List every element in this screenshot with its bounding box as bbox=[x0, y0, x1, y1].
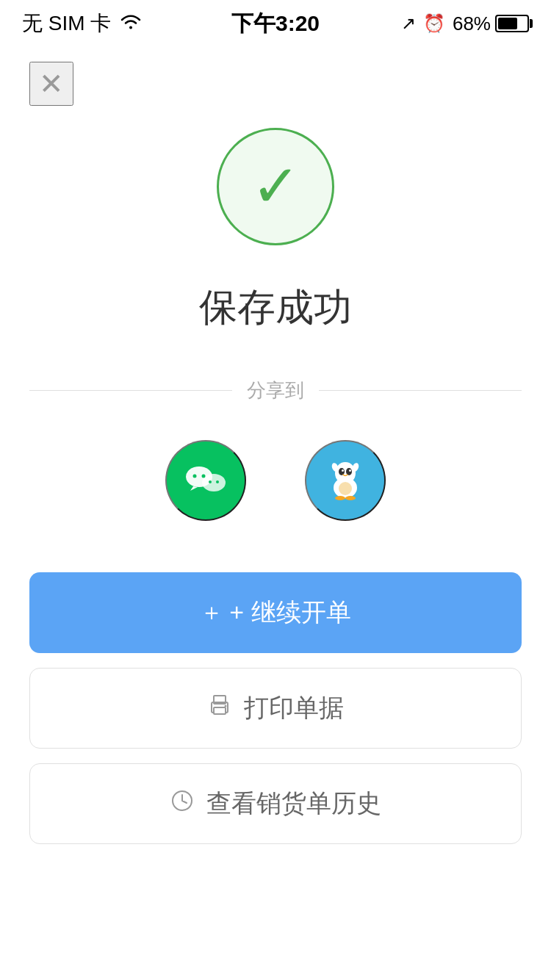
clock-icon bbox=[170, 788, 195, 819]
status-left: 无 SIM 卡 bbox=[22, 10, 142, 37]
wechat-share-button[interactable] bbox=[165, 440, 246, 521]
svg-point-10 bbox=[349, 469, 351, 472]
action-buttons: ＋ + 继续开单 打印单据 查看销货单历史 bbox=[29, 572, 522, 844]
alarm-icon: ⏰ bbox=[423, 13, 445, 34]
svg-point-5 bbox=[216, 480, 219, 483]
continue-label: + 继续开单 bbox=[229, 596, 350, 630]
svg-point-7 bbox=[339, 468, 345, 475]
print-label: 打印单据 bbox=[244, 691, 344, 725]
divider-left bbox=[29, 390, 232, 391]
main-content: ✕ ✓ 保存成功 分享到 bbox=[0, 47, 551, 888]
svg-point-12 bbox=[339, 482, 352, 495]
close-button[interactable]: ✕ bbox=[29, 62, 73, 106]
qq-icon bbox=[322, 457, 369, 504]
battery-icon bbox=[495, 15, 529, 32]
battery-container: 68% bbox=[453, 12, 529, 35]
battery-fill bbox=[498, 18, 517, 29]
svg-point-9 bbox=[342, 469, 344, 472]
qq-share-button[interactable] bbox=[305, 440, 386, 521]
svg-point-8 bbox=[346, 468, 352, 475]
divider-right bbox=[319, 390, 522, 391]
printer-icon bbox=[207, 693, 232, 724]
svg-point-1 bbox=[202, 474, 226, 491]
share-divider: 分享到 bbox=[29, 378, 522, 403]
share-icons bbox=[29, 440, 522, 521]
success-circle: ✓ bbox=[217, 128, 334, 245]
close-icon: ✕ bbox=[39, 69, 64, 98]
success-title: 保存成功 bbox=[199, 282, 352, 334]
svg-rect-19 bbox=[214, 707, 226, 714]
history-button[interactable]: 查看销货单历史 bbox=[29, 763, 522, 844]
svg-point-20 bbox=[225, 705, 227, 707]
svg-point-4 bbox=[209, 480, 212, 483]
status-time: 下午3:20 bbox=[231, 9, 320, 39]
battery-percent: 68% bbox=[453, 12, 491, 35]
checkmark-icon: ✓ bbox=[251, 157, 300, 216]
plus-icon: ＋ bbox=[200, 597, 223, 629]
wifi-icon bbox=[120, 12, 142, 35]
share-label: 分享到 bbox=[247, 378, 304, 403]
status-right: ↗ ⏰ 68% bbox=[401, 12, 529, 35]
sim-label: 无 SIM 卡 bbox=[22, 10, 111, 37]
svg-point-3 bbox=[202, 475, 206, 478]
svg-point-16 bbox=[345, 496, 356, 500]
print-button[interactable]: 打印单据 bbox=[29, 668, 522, 749]
continue-button[interactable]: ＋ + 继续开单 bbox=[29, 572, 522, 653]
svg-point-15 bbox=[335, 496, 345, 500]
status-bar: 无 SIM 卡 下午3:20 ↗ ⏰ 68% bbox=[0, 0, 551, 47]
share-section: 分享到 bbox=[29, 378, 522, 528]
wechat-icon bbox=[180, 455, 231, 506]
svg-point-2 bbox=[193, 475, 197, 478]
location-icon: ↗ bbox=[401, 13, 416, 34]
history-label: 查看销货单历史 bbox=[206, 787, 381, 821]
